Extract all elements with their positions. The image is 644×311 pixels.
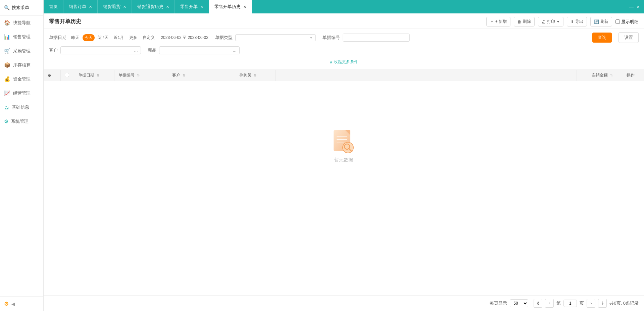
tab-close-sales-order[interactable]: ✕: [89, 5, 92, 9]
amount-sort-icon[interactable]: ⇅: [610, 73, 613, 77]
sidebar-item-finance[interactable]: 💰资金管理: [0, 72, 43, 86]
type-dropdown-icon: ▼: [309, 36, 313, 40]
th-checkbox: [60, 70, 74, 81]
select-all-checkbox[interactable]: [65, 73, 69, 77]
tab-close-retail-history[interactable]: ✕: [243, 5, 246, 9]
tab-bar-wrapper: 首页销售订单✕销货退货✕销货退货历史✕零售开单✕零售开单历史✕: [44, 0, 625, 13]
empty-state: 暂无数据: [44, 81, 644, 209]
tab-close-sales-return-history[interactable]: ✕: [166, 5, 169, 9]
delete-button[interactable]: 🗑 删除: [514, 17, 535, 27]
first-page-button[interactable]: ⟪: [534, 299, 542, 308]
filter-goods: 商品 …: [148, 46, 240, 54]
sales-mgmt-label: 销售管理: [13, 34, 31, 40]
type-label: 单据类型: [215, 35, 233, 41]
date-sort-icon[interactable]: ⇅: [97, 73, 99, 77]
goods-input[interactable]: …: [159, 46, 240, 54]
collapse-bar[interactable]: ∧ 收起更多条件: [49, 58, 639, 66]
sidebar-item-base-info[interactable]: 🗂基础信息: [0, 100, 43, 114]
tab-sales-order[interactable]: 销售订单✕: [63, 0, 98, 13]
date-opt-more[interactable]: 更多: [127, 34, 139, 41]
page-label-before: 第: [556, 300, 561, 306]
sys-mgmt-label: 系统管理: [11, 118, 29, 124]
empty-state-cell: 暂无数据: [44, 81, 644, 209]
tab-close-sales-return[interactable]: ✕: [123, 5, 126, 9]
th-spacer: [275, 70, 577, 81]
date-opt-1month[interactable]: 近1月: [112, 34, 126, 41]
filter-customer: 客户 …: [49, 46, 141, 54]
th-customer: 客户 ⇅: [168, 70, 235, 81]
sidebar-item-sys-mgmt[interactable]: ⚙系统管理: [0, 114, 43, 128]
collapse-up-icon: ∧: [330, 60, 333, 64]
export-button[interactable]: ⬆ 导出: [567, 17, 587, 27]
tab-label-sales-return-history: 销货退货历史: [137, 4, 163, 10]
tab-label-sales-order: 销售订单: [69, 4, 86, 10]
filter-row-2: 客户 … 商品 …: [49, 46, 639, 54]
settings-col-icon[interactable]: ⚙: [48, 73, 51, 78]
tab-close-retail-open[interactable]: ✕: [200, 5, 203, 9]
refresh-button[interactable]: 🔄 刷新: [590, 17, 612, 27]
date-opt-today[interactable]: 今天: [83, 34, 95, 41]
empty-illustration: [329, 127, 359, 157]
customer-sort-icon[interactable]: ⇅: [183, 73, 185, 77]
goods-label: 商品: [148, 47, 156, 53]
date-opt-yesterday[interactable]: 昨天: [69, 34, 81, 41]
window-close-icon[interactable]: ✕: [636, 4, 640, 9]
tab-retail-history[interactable]: 零售开单历史✕: [209, 0, 252, 13]
date-opt-7days[interactable]: 近7天: [96, 34, 110, 41]
date-opt-custom[interactable]: 自定义: [141, 34, 157, 41]
filter-date: 单据日期 昨天 今天 近7天 近1月 更多 自定义 2023-06-02 至 2…: [49, 34, 208, 41]
order-no-sort-icon[interactable]: ⇅: [137, 73, 140, 77]
next-page-button[interactable]: ›: [587, 299, 595, 308]
tab-sales-return-history[interactable]: 销货退货历史✕: [132, 0, 175, 13]
inventory-label: 库存核算: [13, 62, 31, 68]
th-guide: 导购员 ⇅: [235, 70, 275, 81]
last-page-button[interactable]: ⟫: [598, 299, 607, 308]
window-minimize-icon[interactable]: —: [629, 4, 634, 9]
sidebar-item-operations[interactable]: 📈经营管理: [0, 86, 43, 100]
tab-label-retail-open: 零售开单: [180, 4, 198, 10]
print-button[interactable]: 🖨 打印 ▼: [538, 17, 563, 27]
total-label: 共0页, 0条记录: [609, 300, 639, 306]
prev-page-button[interactable]: ‹: [545, 299, 554, 308]
collapse-icon[interactable]: ◀: [11, 301, 15, 307]
sidebar-item-quick-nav[interactable]: 🏠快捷导航: [0, 16, 43, 30]
order-no-input[interactable]: [343, 34, 410, 42]
sidebar-search-label: 搜索采单: [12, 5, 29, 11]
quick-nav-label: 快捷导航: [13, 20, 31, 26]
goods-ellipsis: …: [233, 48, 237, 53]
tab-sales-return[interactable]: 销货退货✕: [98, 0, 132, 13]
tab-label-sales-return: 销货退货: [103, 4, 120, 10]
sidebar-search[interactable]: 🔍 搜索采单: [0, 0, 43, 16]
type-select[interactable]: ▼: [235, 34, 316, 41]
quick-nav-icon: 🏠: [4, 20, 10, 26]
add-button[interactable]: ＋ + 新增: [486, 17, 510, 27]
table-body: 暂无数据: [44, 81, 644, 209]
sidebar-item-inventory[interactable]: 📦库存核算: [0, 58, 43, 72]
tab-retail-open[interactable]: 零售开单✕: [175, 0, 209, 13]
display-detail-checkbox[interactable]: [615, 19, 620, 24]
page-size-select[interactable]: 50 100 200: [510, 299, 528, 307]
operations-label: 经营管理: [13, 90, 31, 96]
page-label-after: 页: [580, 300, 584, 306]
page-number-input[interactable]: [563, 300, 577, 307]
filter-order-no: 单据编号: [323, 34, 410, 42]
guide-sort-icon[interactable]: ⇅: [254, 73, 256, 77]
table-header-row: ⚙ 单据日期 ⇅ 单据编号 ⇅: [44, 70, 644, 81]
tab-bar-end: — ✕: [625, 0, 644, 13]
sidebar-item-purchase-mgmt[interactable]: 🛒采购管理: [0, 44, 43, 58]
sidebar-item-sales-mgmt[interactable]: 📊销售管理: [0, 30, 43, 44]
tab-home[interactable]: 首页: [44, 0, 63, 13]
settings-icon[interactable]: ⚙: [4, 301, 9, 307]
print-dropdown-icon: ▼: [556, 20, 560, 23]
date-label: 单据日期: [49, 35, 66, 41]
display-detail-toggle[interactable]: 显示明细: [615, 19, 639, 25]
settings-filter-button[interactable]: 设置: [618, 32, 639, 43]
page-title: 零售开单历史: [49, 18, 81, 25]
query-button[interactable]: 查询: [592, 33, 612, 43]
filter-row-1: 单据日期 昨天 今天 近7天 近1月 更多 自定义 2023-06-02 至 2…: [49, 32, 639, 43]
pagination-bar: 每页显示 50 100 200 ⟪ ‹ 第 页 › ⟫ 共0页, 0条记录: [44, 295, 644, 311]
purchase-mgmt-label: 采购管理: [13, 48, 31, 54]
customer-input[interactable]: …: [60, 46, 141, 54]
print-icon: 🖨: [542, 19, 546, 24]
content-area: 零售开单历史 ＋ + 新增 🗑 删除 🖨 打印 ▼ ⬆ 导出: [44, 13, 644, 311]
